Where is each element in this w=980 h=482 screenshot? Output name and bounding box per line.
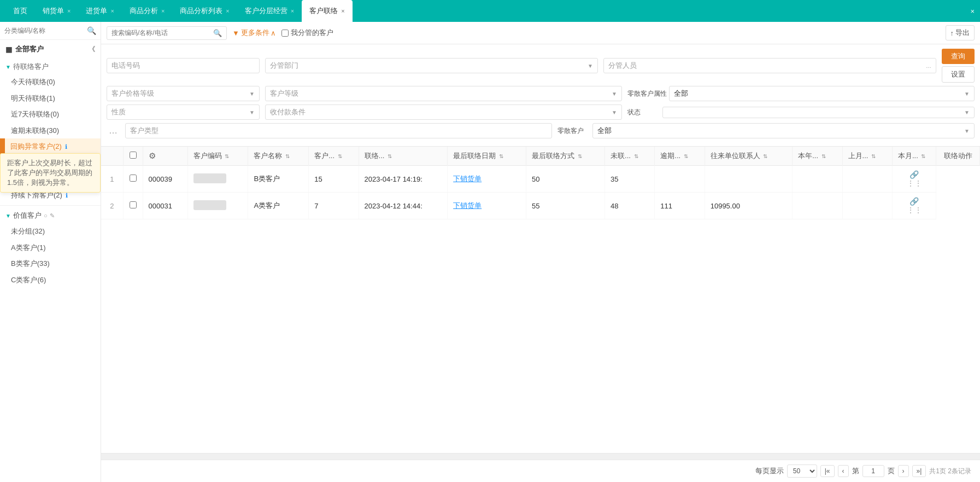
- sidebar-item-ungrouped[interactable]: 未分组(32): [0, 223, 101, 240]
- sort-icon-overdue: ⇅: [684, 153, 688, 159]
- next-page-button[interactable]: ›: [898, 465, 909, 477]
- col-overdue-header[interactable]: 逾期... ⇅: [655, 147, 705, 166]
- gender-filter[interactable]: 性质 ▼: [107, 104, 260, 120]
- filter-search-box: 🔍: [107, 26, 227, 40]
- nav-customer-contact[interactable]: 客户联络 ×: [302, 0, 352, 22]
- col-code-header[interactable]: 客户编码 ⇅: [187, 147, 248, 166]
- row2-name: [187, 193, 248, 219]
- col-unread-header[interactable]: 未联... ⇅: [605, 147, 655, 166]
- col-lastmethod-header[interactable]: 最后联络方式 ⇅: [526, 147, 605, 166]
- customer-type-filter[interactable]: 客户类型: [125, 123, 552, 138]
- row1-num: 1: [101, 166, 123, 193]
- row1-checkbox[interactable]: [130, 175, 137, 182]
- row2-check[interactable]: [123, 193, 143, 219]
- more-dots[interactable]: …: [109, 126, 118, 136]
- col-lastdate-header[interactable]: 最后联络日期 ⇅: [448, 147, 526, 166]
- sidebar-item-class-a[interactable]: A类客户(1): [0, 240, 101, 256]
- sidebar-item-repurchase[interactable]: 回购异常客户(2) ℹ: [0, 138, 101, 155]
- my-customers-check[interactable]: [281, 30, 289, 37]
- row2-menu-icon[interactable]: ⋮⋮: [907, 206, 922, 214]
- prev-page-button[interactable]: ‹: [838, 465, 849, 477]
- payment-icon: ▼: [612, 109, 617, 115]
- close-product-list-icon[interactable]: ×: [226, 8, 229, 14]
- row1-lastmethod: 下销货单: [448, 166, 526, 193]
- my-customers-checkbox[interactable]: 我分管的客户: [281, 28, 333, 38]
- zero-retail-filter[interactable]: 全部 ▼: [592, 123, 975, 138]
- main-search-input[interactable]: [112, 29, 211, 37]
- col-num: [101, 147, 123, 166]
- info-icon3[interactable]: ℹ: [66, 192, 68, 199]
- sidebar-value-group-label[interactable]: ▼ 价值客户 ○ ✎: [0, 208, 101, 223]
- payment-filter[interactable]: 收付款条件 ▼: [265, 104, 622, 120]
- last-page-button[interactable]: »|: [912, 465, 926, 477]
- close-all-button[interactable]: ×: [970, 6, 975, 16]
- staff-filter[interactable]: 分管人员 …: [603, 58, 936, 73]
- nav-purchase[interactable]: 进货单 ×: [78, 0, 121, 22]
- dept-filter[interactable]: 分管部门 ▼: [265, 58, 598, 73]
- sidebar-all-customers[interactable]: ▦ 全部客户 《: [0, 40, 101, 59]
- col-type-header[interactable]: 客户... ⇅: [309, 147, 359, 166]
- row1-link-icon[interactable]: 🔗: [909, 170, 919, 179]
- action-buttons: 查询 设置: [942, 49, 975, 83]
- sidebar-item-class-b[interactable]: B类客户(33): [0, 255, 101, 272]
- main-search-icon[interactable]: 🔍: [213, 29, 222, 37]
- first-page-button[interactable]: |«: [820, 465, 835, 477]
- close-purchase-icon[interactable]: ×: [110, 8, 114, 14]
- sidebar-search-input[interactable]: [4, 27, 87, 34]
- phone-filter[interactable]: 电话号码: [107, 58, 260, 73]
- customer-grade-filter[interactable]: 客户等级 ▼: [265, 86, 622, 101]
- settings-gear-icon[interactable]: ⚙: [149, 151, 156, 160]
- nav-product-analysis[interactable]: 商品分析 ×: [122, 0, 172, 22]
- status-filter[interactable]: ▼: [662, 107, 975, 118]
- price-grade-filter[interactable]: 客户价格等级 ▼: [107, 86, 260, 101]
- sidebar-search-icon[interactable]: 🔍: [87, 26, 96, 35]
- sidebar-item-7days[interactable]: 近7天待联络(0): [0, 106, 101, 123]
- sidebar-item-today[interactable]: 今天待联络(0): [0, 74, 101, 90]
- tri-icon: ▼: [5, 213, 11, 219]
- row1-type: B类客户: [248, 166, 309, 193]
- setting-button[interactable]: 设置: [942, 66, 975, 83]
- info-icon[interactable]: ℹ: [65, 143, 67, 150]
- per-page-select[interactable]: 50 100: [787, 464, 817, 478]
- edit-icon[interactable]: ○: [44, 212, 48, 219]
- row2-link-icon[interactable]: 🔗: [909, 197, 919, 206]
- col-thismonth-header[interactable]: 本月... ⇅: [893, 147, 936, 166]
- horizontal-scrollbar[interactable]: [101, 453, 980, 460]
- select-all-checkbox[interactable]: [130, 152, 137, 159]
- more-filters-button[interactable]: ▼ 更多条件 ∧: [232, 28, 276, 38]
- sidebar: 🔍 ▦ 全部客户 《 ▼ 待联络客户 今天待联络(0) 明天待联络(1) 近7天…: [0, 22, 101, 482]
- filter-icon: ▼: [232, 29, 239, 37]
- nav-product-list[interactable]: 商品分析列表 ×: [172, 0, 237, 22]
- close-customer-layer-icon[interactable]: ×: [291, 8, 294, 14]
- row1-menu-icon[interactable]: ⋮⋮: [907, 179, 922, 188]
- close-product-analysis-icon[interactable]: ×: [161, 8, 165, 14]
- row1-contact: 15: [309, 166, 359, 193]
- nav-sales[interactable]: 销货单 ×: [35, 0, 78, 22]
- page-input[interactable]: [862, 465, 884, 477]
- pencil-icon[interactable]: ✎: [50, 212, 55, 219]
- close-sales-icon[interactable]: ×: [67, 8, 71, 14]
- sidebar-item-tomorrow[interactable]: 明天待联络(1): [0, 90, 101, 107]
- close-customer-contact-icon[interactable]: ×: [341, 8, 344, 14]
- row2-checkbox[interactable]: [130, 201, 137, 208]
- export-button[interactable]: ↑ 导出: [946, 25, 975, 40]
- row1-check[interactable]: [123, 166, 143, 193]
- sidebar-item-class-c[interactable]: C类客户(6): [0, 272, 101, 288]
- sidebar-collapse-icon[interactable]: 《: [89, 45, 95, 54]
- col-thisyear-header[interactable]: 本年... ⇅: [793, 147, 842, 166]
- nav-customer-layer[interactable]: 客户分层经营 ×: [237, 0, 302, 22]
- sidebar-pending-group[interactable]: ▼ 待联络客户: [0, 59, 101, 74]
- sidebar-item-overdue[interactable]: 逾期未联络(30): [0, 123, 101, 139]
- grid-icon: ▦: [5, 45, 12, 54]
- table-row: 1 000039 B类客户: [101, 166, 980, 193]
- col-contacts-header[interactable]: 往来单位联系人 ⇅: [705, 147, 793, 166]
- col-lastmonth-header[interactable]: 上月... ⇅: [842, 147, 892, 166]
- col-name-header[interactable]: 客户名称 ⇅: [248, 147, 309, 166]
- query-button[interactable]: 查询: [942, 49, 975, 64]
- gender-icon: ▼: [249, 109, 255, 115]
- zero-retail-attr-filter[interactable]: 全部 ▼: [669, 86, 975, 101]
- nav-home[interactable]: 首页: [5, 0, 35, 22]
- total-label: 共1页 2条记录: [929, 467, 971, 476]
- row2-thismonth: [842, 193, 892, 219]
- col-contact-header[interactable]: 联络... ⇅: [359, 147, 448, 166]
